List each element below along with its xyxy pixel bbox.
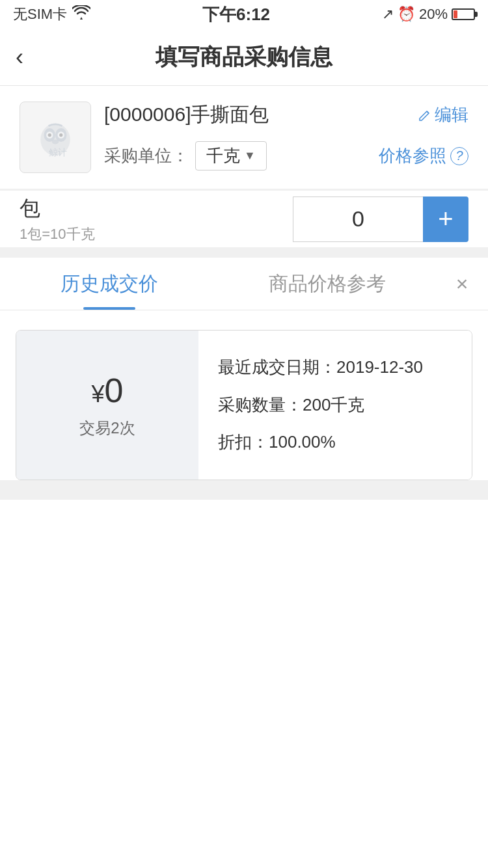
status-right: ↗ ⏰ 20% (382, 6, 475, 23)
edit-icon (418, 108, 432, 122)
qty-unit-text: 包 (20, 195, 95, 223)
nav-bar: ‹ 填写商品采购信息 (0, 29, 488, 86)
price-amount: ¥0 (92, 371, 124, 410)
product-info: [0000006]手撕面包 编辑 采购单位： 千克 ▼ (104, 102, 468, 170)
product-logo: 鲸计 (33, 115, 78, 160)
svg-point-7 (52, 140, 59, 144)
price-ref-button[interactable]: 价格参照 ? (379, 144, 468, 167)
quantity-plus-button[interactable]: + (423, 197, 468, 242)
tabs-header: 历史成交价 商品价格参考 × (0, 258, 488, 310)
quantity-controls: 0 + (293, 197, 468, 242)
svg-point-5 (48, 133, 51, 137)
qty-conversion-text: 1包=10千克 (20, 224, 95, 244)
tab-price-ref[interactable]: 商品价格参考 (218, 258, 436, 310)
quantity-input[interactable]: 0 (293, 197, 423, 242)
status-bar: 无SIM卡 下午6:12 ↗ ⏰ 20% (0, 0, 488, 29)
tabs-section: 历史成交价 商品价格参考 × ¥0 交易2次 最近成交日期：2019-12-30… (0, 258, 488, 480)
product-name: [0000006]手撕面包 (104, 102, 269, 128)
info-icon: ? (450, 147, 468, 165)
section-divider (0, 247, 488, 258)
product-title-row: [0000006]手撕面包 编辑 (104, 102, 468, 128)
page-title: 填写商品采购信息 (156, 42, 332, 72)
unit-value: 千克 (206, 144, 240, 167)
status-time: 下午6:12 (202, 3, 270, 26)
price-ref-label: 价格参照 (379, 144, 446, 167)
product-image: 鲸计 (20, 102, 91, 173)
main-content (0, 500, 488, 868)
tabs-close-button[interactable]: × (436, 258, 488, 310)
svg-point-6 (59, 133, 62, 137)
price-card: ¥0 交易2次 最近成交日期：2019-12-30 采购数量：200千克 折扣：… (16, 330, 472, 480)
edit-button[interactable]: 编辑 (418, 103, 468, 126)
carrier-text: 无SIM卡 (13, 5, 67, 24)
product-unit-row: 采购单位： 千克 ▼ 价格参照 ? (104, 141, 468, 170)
alarm-icon: ⏰ (398, 6, 415, 23)
wifi-icon (72, 5, 90, 23)
quantity-section: 包 1包=10千克 0 + (0, 190, 488, 247)
status-left: 无SIM卡 (13, 5, 90, 24)
price-trade-count: 交易2次 (79, 418, 135, 439)
product-section: 鲸计 [0000006]手撕面包 编辑 采购单位： (0, 86, 488, 189)
tab-history-price[interactable]: 历史成交价 (0, 258, 218, 310)
location-icon: ↗ (382, 6, 394, 23)
chevron-down-icon: ▼ (244, 149, 256, 163)
price-recent-date: 最近成交日期：2019-12-30 (218, 354, 452, 381)
price-currency: ¥ (92, 381, 105, 407)
price-card-left: ¥0 交易2次 (16, 331, 198, 480)
unit-label: 采购单位： (104, 144, 189, 167)
price-card-right: 最近成交日期：2019-12-30 采购数量：200千克 折扣：100.00% (198, 331, 472, 480)
price-discount: 折扣：100.00% (218, 429, 452, 456)
svg-text:鲸计: 鲸计 (49, 147, 67, 157)
battery-icon (452, 8, 475, 20)
back-button[interactable]: ‹ (16, 44, 23, 71)
price-qty: 采购数量：200千克 (218, 392, 452, 419)
battery-percent: 20% (419, 6, 448, 23)
product-header: 鲸计 [0000006]手撕面包 编辑 采购单位： (20, 102, 468, 173)
unit-select[interactable]: 千克 ▼ (195, 141, 267, 170)
quantity-label: 包 1包=10千克 (20, 195, 95, 244)
